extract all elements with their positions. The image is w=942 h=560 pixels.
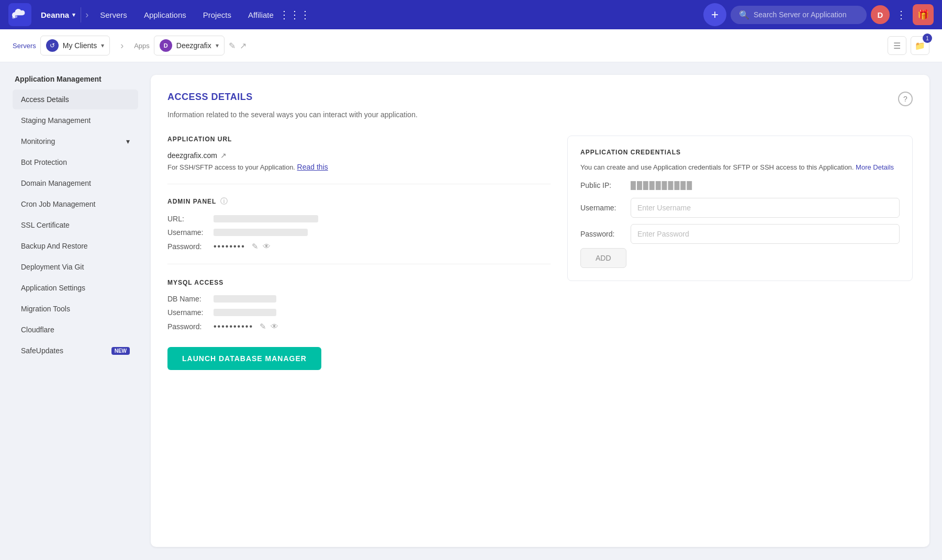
topnav-right: + 🔍 D ⋮ 🎁 (703, 3, 934, 26)
list-view-button[interactable]: ☰ (888, 36, 906, 55)
mysql-dbname-row: DB Name: (167, 295, 551, 303)
logo[interactable] (8, 3, 31, 26)
top-navigation: Deanna ▾ › Servers Applications Projects… (0, 0, 942, 29)
user-dropdown-arrow: ▾ (72, 12, 75, 18)
admin-password-row: Password: •••••••• ✎ 👁 (167, 242, 551, 251)
help-icon[interactable]: ? (898, 92, 913, 106)
add-credentials-button[interactable]: ADD (580, 248, 626, 268)
sidebar-item-staging-management[interactable]: Staging Management (13, 110, 138, 130)
external-link-icon[interactable]: ↗ (220, 151, 227, 160)
sidebar-item-access-details[interactable]: Access Details (13, 89, 138, 109)
credentials-username-label: Username: (580, 204, 622, 212)
subheader: Servers ↺ My Clients ▾ › Apps D Deezgraf… (0, 29, 942, 62)
credentials-username-input[interactable] (631, 198, 900, 218)
content-area: ACCESS DETAILS ? Information related to … (151, 75, 929, 547)
folder-icon: 📁 (915, 41, 925, 51)
admin-panel-info-icon[interactable]: ⓘ (220, 197, 228, 206)
servers-label: Servers (13, 42, 36, 50)
mysql-password-label: Password: (167, 322, 209, 331)
apps-label: Apps (134, 42, 150, 50)
credentials-password-input[interactable] (631, 224, 900, 244)
edit-app-icon[interactable]: ✎ (229, 41, 236, 51)
server-name: My Clients (63, 41, 97, 50)
user-menu[interactable]: Deanna ▾ (36, 7, 81, 23)
admin-password-show-icon[interactable]: 👁 (263, 242, 271, 251)
credentials-description: You can create and use Application crede… (580, 162, 900, 173)
server-icon: ↺ (46, 39, 59, 52)
mysql-password-show-icon[interactable]: 👁 (271, 322, 278, 331)
sidebar-item-migration-tools[interactable]: Migration Tools (13, 299, 138, 319)
ssh-note: For SSH/SFTP access to your Application.… (167, 163, 551, 171)
credentials-title: APPLICATION CREDENTIALS (580, 149, 900, 156)
admin-username-label: Username: (167, 228, 209, 237)
content-description: Information related to the several ways … (167, 110, 913, 119)
launch-database-manager-button[interactable]: LAUNCH DATABASE MANAGER (167, 347, 321, 370)
app-url-section-title: APPLICATION URL (167, 136, 551, 143)
admin-password-edit-icon[interactable]: ✎ (252, 242, 259, 251)
public-ip-label: Public IP: (580, 181, 622, 189)
app-url-row: deezgrafix.com ↗ (167, 151, 551, 160)
notifications-button[interactable]: 📁 1 (911, 36, 929, 55)
nav-link-servers[interactable]: Servers (93, 6, 134, 24)
content-header: ACCESS DETAILS ? (167, 92, 913, 106)
credentials-password-label: Password: (580, 230, 622, 238)
mysql-section-title: MYSQL ACCESS (167, 279, 551, 286)
subheader-right: ☰ 📁 1 (888, 36, 929, 55)
username-label: Deanna (41, 10, 69, 19)
mysql-username-value (214, 309, 276, 316)
nav-link-applications[interactable]: Applications (137, 6, 194, 24)
search-box[interactable]: 🔍 (731, 6, 867, 24)
sidebar-item-backup-and-restore[interactable]: Backup And Restore (13, 236, 138, 256)
search-input[interactable] (754, 10, 858, 19)
avatar[interactable]: D (871, 5, 890, 24)
mysql-password-edit-icon[interactable]: ✎ (260, 322, 266, 331)
nav-link-projects[interactable]: Projects (196, 6, 239, 24)
admin-username-row: Username: (167, 228, 551, 237)
nav-links: Servers Applications Projects Affiliate … (93, 5, 703, 24)
sidebar-item-cloudflare[interactable]: Cloudflare (13, 320, 138, 340)
server-selector[interactable]: ↺ My Clients ▾ (40, 36, 110, 55)
sidebar-item-ssl-certificate[interactable]: SSL Certificate (13, 215, 138, 235)
admin-url-row: URL: (167, 215, 551, 223)
sidebar-item-monitoring[interactable]: Monitoring ▾ (13, 131, 138, 151)
sidebar-item-label: Monitoring (21, 137, 55, 145)
sidebar-item-deployment-via-git[interactable]: Deployment Via Git (13, 257, 138, 277)
open-app-icon[interactable]: ↗ (240, 41, 246, 51)
nav-link-affiliate[interactable]: Affiliate (241, 6, 281, 24)
admin-password-dots: •••••••• (214, 242, 245, 251)
app-icon: D (160, 39, 172, 52)
app-actions: ✎ ↗ (229, 41, 246, 51)
left-column: APPLICATION URL deezgrafix.com ↗ For SSH… (167, 136, 551, 370)
admin-url-label: URL: (167, 215, 209, 223)
more-options-icon[interactable]: ⋮ (894, 6, 909, 23)
servers-section: Servers ↺ My Clients ▾ (13, 36, 110, 55)
more-details-link[interactable]: More Details (856, 163, 894, 171)
sidebar-item-cron-job-management[interactable]: Cron Job Management (13, 194, 138, 214)
sidebar-section-title: Application Management (13, 75, 138, 83)
grid-icon[interactable]: ⋮⋮⋮ (285, 5, 304, 24)
new-badge: NEW (111, 347, 130, 355)
mysql-password-row: Password: •••••••••• ✎ 👁 (167, 322, 551, 331)
main-layout: Application Management Access Details St… (0, 62, 942, 559)
gift-icon[interactable]: 🎁 (913, 4, 934, 25)
sidebar-item-domain-management[interactable]: Domain Management (13, 173, 138, 193)
app-selector[interactable]: D Deezgrafix ▾ (154, 36, 225, 55)
mysql-section: MYSQL ACCESS DB Name: Username: Password… (167, 279, 551, 370)
admin-username-value (214, 229, 308, 236)
admin-panel-header: ADMIN PANEL ⓘ (167, 197, 551, 206)
read-this-link[interactable]: Read this (297, 163, 328, 171)
divider-1 (167, 184, 551, 184)
mysql-dbname-value (214, 295, 276, 303)
sidebar-item-safeupdates[interactable]: SafeUpdates NEW (13, 341, 138, 361)
page-title: ACCESS DETAILS (167, 92, 253, 103)
two-column-layout: APPLICATION URL deezgrafix.com ↗ For SSH… (167, 136, 913, 370)
app-url-value: deezgrafix.com (167, 151, 217, 160)
chevron-down-icon: ▾ (126, 137, 130, 145)
admin-panel-title: ADMIN PANEL (167, 198, 216, 205)
sidebar-item-bot-protection[interactable]: Bot Protection (13, 152, 138, 172)
search-icon: 🔍 (739, 10, 749, 20)
brand-logo[interactable] (8, 3, 31, 26)
add-button[interactable]: + (703, 3, 726, 26)
credentials-username-row: Username: (580, 198, 900, 218)
sidebar-item-application-settings[interactable]: Application Settings (13, 278, 138, 298)
